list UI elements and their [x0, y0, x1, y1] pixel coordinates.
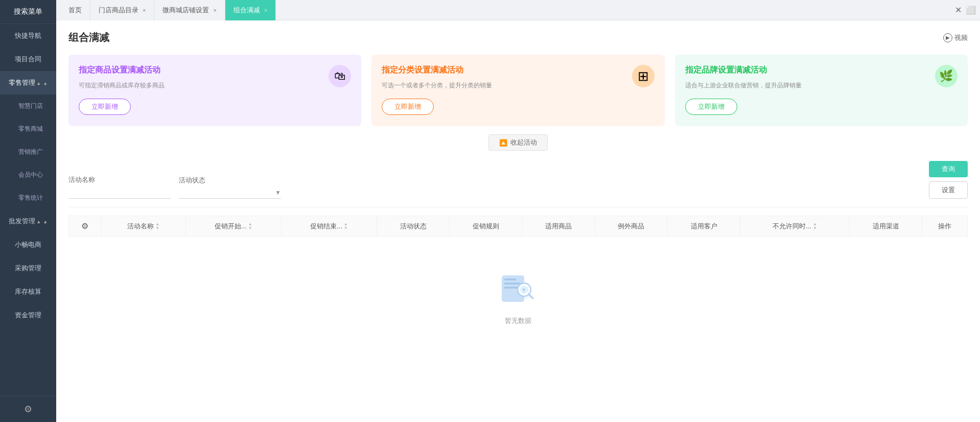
- tab-bar: 首页门店商品目录×微商城店铺设置×组合满减× ✕ ⬜: [56, 0, 980, 20]
- sidebar-item-finance[interactable]: 资金管理: [0, 303, 56, 327]
- th-applicable-goods: 适用商品: [522, 216, 595, 237]
- card-btn-orange[interactable]: 立即新增: [382, 99, 434, 115]
- sidebar-item-xc-ecommerce[interactable]: 小畅电商: [0, 233, 56, 256]
- sort-arrows-not-allow-concurrent: ▲▼: [813, 222, 817, 230]
- th-activity-status: 活动状态: [377, 216, 449, 237]
- sidebar-item-retail-mall[interactable]: 零售商城: [0, 118, 56, 140]
- empty-state-icon: ?: [493, 267, 544, 308]
- card-icon-purple: 🛍: [329, 65, 351, 87]
- query-button[interactable]: 查询: [929, 161, 968, 177]
- video-icon: ▶: [943, 33, 952, 42]
- video-link[interactable]: ▶ 视频: [943, 33, 968, 42]
- tab-home[interactable]: 首页: [60, 0, 90, 20]
- maximize-window-button[interactable]: ⬜: [966, 5, 976, 15]
- tab-label-home: 首页: [68, 6, 82, 15]
- collapse-btn-label: 收起活动: [510, 138, 537, 147]
- tab-close-combo-discount[interactable]: ×: [264, 7, 267, 13]
- sidebar-item-project-contract[interactable]: 项目合同: [0, 48, 56, 71]
- activity-name-label: 活动名称: [68, 175, 171, 184]
- activity-card-card-brand: 指定品牌设置满减活动 适合与上游企业联合做营销，提升品牌销量 立即新增 🌿: [675, 55, 968, 126]
- collapse-activity-button[interactable]: 🔼 收起活动: [488, 134, 548, 151]
- sidebar: 搜索菜单 快捷导航项目合同零售管理 ▲智慧门店零售商城营销推广会员中心零售统计批…: [0, 0, 56, 422]
- gear-icon[interactable]: ⚙: [24, 404, 32, 414]
- th-applicable-channel: 适用渠道: [850, 216, 922, 237]
- sidebar-search[interactable]: 搜索菜单: [0, 0, 56, 24]
- sidebar-item-retail-stats[interactable]: 零售统计: [0, 186, 56, 209]
- tab-micro-store-settings[interactable]: 微商城店铺设置×: [154, 0, 225, 20]
- th-operation: 操作: [922, 216, 968, 237]
- activity-status-select[interactable]: ▼: [179, 187, 281, 199]
- tab-close-product-catalog[interactable]: ×: [143, 7, 146, 13]
- chevron-up-icon: 🔼: [499, 139, 507, 147]
- settings-button[interactable]: 设置: [929, 181, 968, 199]
- tab-actions: ✕ ⬜: [955, 5, 976, 15]
- th-promo-start[interactable]: 促销开始...▲▼: [185, 216, 281, 237]
- sidebar-bottom: ⚙: [0, 396, 56, 422]
- sort-arrows-promo-start: ▲▼: [248, 222, 252, 230]
- collapse-row: 🔼 收起活动: [68, 134, 968, 151]
- th-promo-rule: 促销规则: [450, 216, 522, 237]
- chevron-down-icon: ▼: [275, 189, 281, 196]
- svg-rect-4: [504, 287, 519, 288]
- activity-cards: 指定商品设置满减活动 可指定滞销商品或库存较多商品 立即新增 🛍 指定分类设置满…: [68, 55, 968, 126]
- tab-label-combo-discount: 组合满减: [234, 6, 260, 15]
- sidebar-item-quick-nav[interactable]: 快捷导航: [0, 24, 56, 48]
- card-desc: 可指定滞销商品或库存较多商品: [79, 81, 351, 90]
- card-desc: 可选一个或者多个分类，提升分类的销量: [382, 81, 654, 90]
- tab-label-micro-store-settings: 微商城店铺设置: [162, 6, 209, 15]
- page-title: 组合满减: [68, 31, 109, 44]
- activity-name-field: 活动名称: [68, 175, 171, 199]
- page-content: 组合满减 ▶ 视频 指定商品设置满减活动 可指定滞销商品或库存较多商品 立即新增…: [56, 20, 980, 422]
- close-window-button[interactable]: ✕: [955, 5, 962, 15]
- sidebar-item-purchase-mgmt[interactable]: 采购管理: [0, 256, 56, 280]
- th-applicable-customer: 适用客户: [667, 216, 740, 237]
- sidebar-search-label: 搜索菜单: [14, 7, 42, 15]
- tab-product-catalog[interactable]: 门店商品目录×: [90, 0, 154, 20]
- activity-status-field: 活动状态 ▼: [179, 176, 281, 199]
- card-icon-green: 🌿: [935, 65, 958, 87]
- sidebar-item-member-center[interactable]: 会员中心: [0, 163, 56, 186]
- sidebar-item-retail-mgmt[interactable]: 零售管理 ▲: [0, 71, 56, 95]
- main-area: 首页门店商品目录×微商城店铺设置×组合满减× ✕ ⬜ 组合满减 ▶ 视频 指定商…: [56, 0, 980, 422]
- th-activity-name[interactable]: 活动名称▲▼: [101, 216, 185, 237]
- card-title: 指定商品设置满减活动: [79, 65, 351, 76]
- card-title: 指定分类设置满减活动: [382, 65, 654, 76]
- search-buttons: 查询 设置: [929, 161, 968, 199]
- svg-text:?: ?: [522, 287, 525, 293]
- search-bar: 活动名称 活动状态 ▼ 查询 设置: [68, 161, 968, 207]
- tab-close-micro-store-settings[interactable]: ×: [213, 7, 216, 13]
- empty-state-text: 暂无数据: [505, 316, 531, 325]
- sidebar-item-inventory[interactable]: 库存核算: [0, 280, 56, 303]
- activity-card-card-category: 指定分类设置满减活动 可选一个或者多个分类，提升分类的销量 立即新增 ⊞: [371, 55, 664, 126]
- th-not-allow-concurrent[interactable]: 不允许同时...▲▼: [740, 216, 850, 237]
- card-desc: 适合与上游企业联合做营销，提升品牌销量: [685, 81, 958, 90]
- sort-arrows-activity-name: ▲▼: [155, 222, 159, 230]
- card-title: 指定品牌设置满减活动: [685, 65, 958, 76]
- tab-combo-discount[interactable]: 组合满减×: [225, 0, 276, 20]
- th-promo-end[interactable]: 促销结束...▲▼: [281, 216, 377, 237]
- card-icon-orange: ⊞: [632, 65, 655, 87]
- table-settings-icon[interactable]: ⚙: [81, 222, 88, 230]
- data-table: ⚙活动名称▲▼促销开始...▲▼促销结束...▲▼活动状态促销规则适用商品例外商…: [68, 216, 968, 237]
- activity-name-input[interactable]: [68, 186, 171, 199]
- card-btn-green[interactable]: 立即新增: [685, 99, 737, 115]
- sidebar-item-smart-store[interactable]: 智慧门店: [0, 95, 56, 118]
- page-header: 组合满减 ▶ 视频: [68, 31, 968, 44]
- activity-status-label: 活动状态: [179, 176, 281, 185]
- empty-state: ? 暂无数据: [68, 237, 968, 346]
- svg-rect-3: [504, 283, 521, 284]
- activity-card-card-product: 指定商品设置满减活动 可指定滞销商品或库存较多商品 立即新增 🛍: [68, 55, 361, 126]
- video-label: 视频: [954, 33, 968, 42]
- tab-label-product-catalog: 门店商品目录: [99, 6, 138, 15]
- sidebar-item-marketing[interactable]: 营销推广: [0, 140, 56, 163]
- sort-arrows-promo-end: ▲▼: [344, 222, 348, 230]
- th-settings: ⚙: [69, 216, 102, 237]
- card-btn-purple[interactable]: 立即新增: [79, 99, 131, 115]
- sidebar-item-wholesale-mgmt[interactable]: 批发管理 ▲: [0, 209, 56, 233]
- th-except-goods: 例外商品: [595, 216, 667, 237]
- svg-rect-2: [504, 278, 517, 280]
